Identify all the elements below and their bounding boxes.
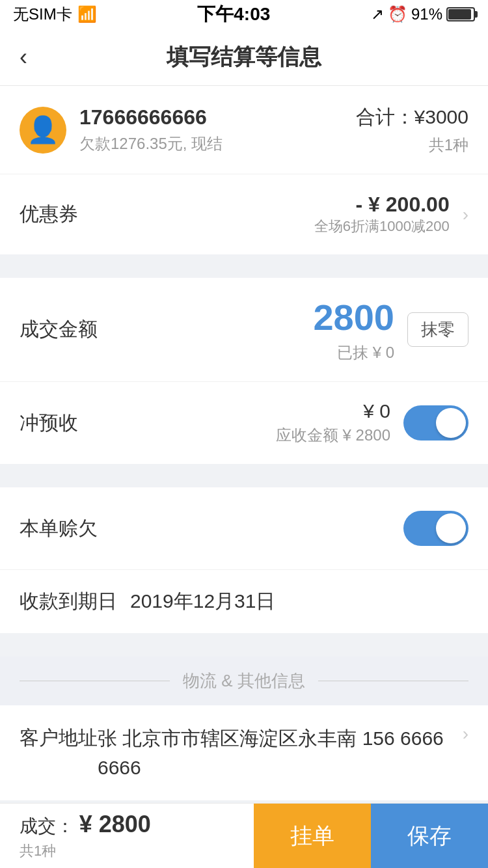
prepay-sub: 应收金额 ¥ 2800 bbox=[276, 425, 390, 446]
amount-value: 2800 bbox=[313, 296, 394, 338]
status-left: 无SIM卡 📶 bbox=[13, 4, 97, 25]
coupon-label: 优惠券 bbox=[20, 201, 314, 228]
prepay-row: 冲预收 ¥ 0 应收金额 ¥ 2800 bbox=[0, 381, 488, 464]
amount-card: 成交金额 2800 已抹 ¥ 0 抹零 冲预收 ¥ 0 应收金额 ¥ 2800 bbox=[0, 278, 488, 464]
bottom-deal-count: 共1种 bbox=[20, 841, 234, 861]
user-phone: 17666666666 bbox=[79, 105, 356, 129]
round-zero-button[interactable]: 抹零 bbox=[407, 312, 468, 347]
hang-button[interactable]: 挂单 bbox=[254, 804, 371, 869]
divider-line-left bbox=[20, 681, 170, 681]
save-button[interactable]: 保存 bbox=[371, 804, 488, 869]
logistics-section-divider: 物流 & 其他信息 bbox=[0, 657, 488, 705]
address-row[interactable]: 客户地址 张 北京市市辖区海淀区永丰南 156 6666 6666 › bbox=[0, 705, 488, 800]
total-count: 共1种 bbox=[356, 135, 468, 156]
coupon-desc: 全场6折满1000减200 bbox=[314, 217, 450, 236]
due-date-label: 收款到期日 bbox=[20, 588, 117, 615]
user-row: 👤 17666666666 欠款1276.35元, 现结 合计：¥3000 共1… bbox=[0, 86, 488, 174]
page-title: 填写结算等信息 bbox=[59, 42, 429, 72]
bottom-info: 成交： ¥ 2800 共1种 bbox=[0, 811, 254, 861]
bottom-deal-label: 成交： bbox=[20, 816, 74, 836]
debt-row: 本单赊欠 bbox=[0, 487, 488, 569]
logistics-divider-text: 物流 & 其他信息 bbox=[170, 670, 318, 692]
address-label: 客户地址 bbox=[20, 724, 98, 752]
due-date-value: 2019年12月31日 bbox=[130, 588, 275, 615]
status-right: ↗ ⏰ 91% bbox=[371, 5, 475, 23]
address-value: 张 北京市市辖区海淀区永丰南 156 6666 6666 bbox=[98, 724, 456, 782]
bottom-bar: 成交： ¥ 2800 共1种 挂单 保存 bbox=[0, 803, 488, 868]
amount-sub: 已抹 ¥ 0 bbox=[337, 342, 394, 363]
battery-percent: 91% bbox=[411, 5, 442, 23]
bottom-deal-line: 成交： ¥ 2800 bbox=[20, 811, 234, 839]
user-debt: 欠款1276.35元, 现结 bbox=[79, 133, 356, 154]
nav-bar: ‹ 填写结算等信息 bbox=[0, 29, 488, 86]
avatar-icon: 👤 bbox=[27, 115, 59, 145]
debt-label: 本单赊欠 bbox=[20, 515, 403, 542]
amount-right: 2800 已抹 ¥ 0 抹零 bbox=[313, 296, 468, 363]
user-card: 👤 17666666666 欠款1276.35元, 现结 合计：¥3000 共1… bbox=[0, 86, 488, 254]
total-amount: 合计：¥3000 bbox=[356, 104, 468, 131]
amount-label: 成交金额 bbox=[20, 316, 313, 343]
coupon-row[interactable]: 优惠券 - ¥ 200.00 全场6折满1000减200 › bbox=[0, 174, 488, 254]
avatar: 👤 bbox=[20, 107, 66, 154]
section-separator-3 bbox=[0, 644, 488, 657]
due-date-row: 收款到期日 2019年12月31日 bbox=[0, 569, 488, 633]
coupon-right: - ¥ 200.00 全场6折满1000减200 › bbox=[314, 193, 468, 236]
address-card: 客户地址 张 北京市市辖区海淀区永丰南 156 6666 6666 › bbox=[0, 705, 488, 800]
debt-toggle[interactable] bbox=[403, 511, 468, 546]
debt-card: 本单赊欠 收款到期日 2019年12月31日 bbox=[0, 487, 488, 633]
address-chevron-icon: › bbox=[463, 724, 468, 744]
amount-row: 成交金额 2800 已抹 ¥ 0 抹零 bbox=[0, 278, 488, 381]
section-separator-2 bbox=[0, 474, 488, 487]
prepay-value: ¥ 0 bbox=[363, 400, 390, 422]
wifi-icon: 📶 bbox=[77, 5, 97, 23]
prepay-toggle[interactable] bbox=[403, 405, 468, 441]
section-separator-1 bbox=[0, 265, 488, 278]
coupon-discount: - ¥ 200.00 bbox=[314, 193, 450, 217]
status-bar: 无SIM卡 📶 下午4:03 ↗ ⏰ 91% bbox=[0, 0, 488, 29]
divider-line-right bbox=[318, 681, 468, 681]
user-total: 合计：¥3000 共1种 bbox=[356, 104, 468, 156]
carrier-text: 无SIM卡 bbox=[13, 4, 72, 25]
coupon-chevron-icon: › bbox=[463, 204, 468, 225]
status-time: 下午4:03 bbox=[197, 2, 270, 27]
alarm-icon: ⏰ bbox=[388, 5, 407, 23]
bottom-deal-amount: ¥ 2800 bbox=[79, 811, 151, 837]
location-icon: ↗ bbox=[371, 5, 384, 23]
battery-icon bbox=[446, 7, 475, 21]
prepay-label: 冲预收 bbox=[20, 410, 276, 437]
amount-col: 2800 已抹 ¥ 0 bbox=[313, 296, 394, 363]
prepay-amount-col: ¥ 0 应收金额 ¥ 2800 bbox=[276, 400, 390, 446]
user-info: 17666666666 欠款1276.35元, 现结 bbox=[79, 105, 356, 154]
back-button[interactable]: ‹ bbox=[20, 44, 59, 71]
